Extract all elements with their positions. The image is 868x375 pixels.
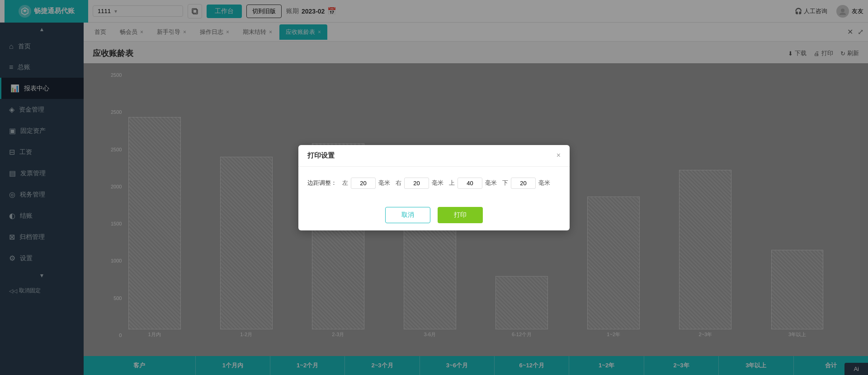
- margin-bottom-unit: 毫米: [538, 179, 550, 187]
- margin-top-unit: 毫米: [485, 179, 497, 187]
- margin-bottom-group: 下 毫米: [502, 178, 550, 189]
- margin-bottom-label: 下: [502, 179, 508, 187]
- margin-top-label: 上: [449, 179, 455, 187]
- margin-right-input[interactable]: [404, 178, 429, 189]
- margin-right-group: 右 毫米: [396, 178, 443, 189]
- modal-title: 打印设置: [307, 151, 335, 160]
- modal-overlay[interactable]: 打印设置 × 边距调整： 左 毫米 右 毫米 上 毫米: [0, 0, 868, 375]
- margin-row: 边距调整： 左 毫米 右 毫米 上 毫米 下: [307, 178, 561, 189]
- margin-left-input[interactable]: [351, 178, 376, 189]
- modal-close-button[interactable]: ×: [557, 151, 561, 159]
- margin-top-group: 上 毫米: [449, 178, 497, 189]
- modal-header: 打印设置 ×: [298, 145, 570, 167]
- margin-label: 边距调整：: [307, 179, 337, 187]
- modal-footer: 取消 打印: [298, 200, 570, 230]
- print-confirm-button[interactable]: 打印: [438, 207, 483, 223]
- margin-top-input[interactable]: [458, 178, 482, 189]
- margin-left-group: 左 毫米: [342, 178, 390, 189]
- margin-left-unit: 毫米: [378, 179, 390, 187]
- modal-body: 边距调整： 左 毫米 右 毫米 上 毫米 下: [298, 167, 570, 200]
- margin-right-label: 右: [396, 179, 401, 187]
- margin-bottom-input[interactable]: [511, 178, 536, 189]
- cancel-button[interactable]: 取消: [385, 207, 430, 223]
- margin-left-label: 左: [342, 179, 348, 187]
- margin-right-unit: 毫米: [432, 179, 443, 187]
- print-dialog: 打印设置 × 边距调整： 左 毫米 右 毫米 上 毫米: [298, 145, 570, 230]
